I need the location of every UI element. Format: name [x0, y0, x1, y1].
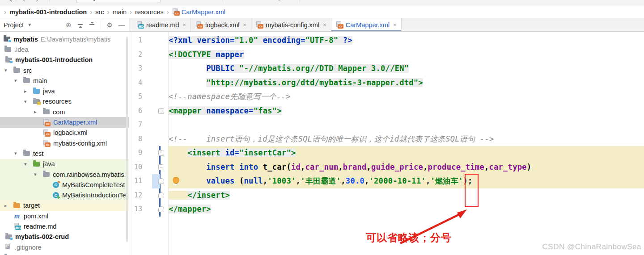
tree-item-mybatiscompletetest[interactable]: CMyBatisCompleteTest — [0, 180, 129, 190]
hide-panel-icon[interactable]: — — [119, 21, 125, 28]
tree-item-item[interactable] — [0, 252, 129, 255]
tree-item-src[interactable]: ▾src — [0, 65, 129, 75]
translate-icon[interactable]: A — [306, 0, 311, 1]
breadcrumb-item-resources[interactable]: resources — [135, 8, 164, 16]
git-update-icon[interactable]: ↓ — [244, 0, 247, 1]
history-icon[interactable]: ◷ — [276, 0, 282, 1]
close-icon[interactable]: × — [323, 21, 326, 28]
chevron-down-icon[interactable]: ▾ — [4, 67, 13, 73]
code-line-13[interactable]: </mapper> — [168, 202, 644, 217]
xml-file-icon: <> — [43, 140, 50, 146]
tree-item-java[interactable]: ▾java — [0, 159, 129, 169]
fold-end-icon[interactable] — [158, 178, 164, 184]
tab-logback-xml[interactable]: <>logback.xml× — [191, 18, 251, 31]
back-icon[interactable] — [22, 0, 30, 1]
code-line-2[interactable]: <!DOCTYPE mapper — [168, 48, 644, 62]
gear-icon[interactable]: ⚙ — [107, 21, 113, 28]
fold-collapse-icon[interactable]: – — [158, 150, 164, 156]
code-token: brand — [343, 163, 367, 171]
tree-item-mybatis-002-crud[interactable]: mybatis-002-crud — [0, 232, 129, 242]
git-commit-icon[interactable]: ✓ — [254, 0, 259, 1]
fold-collapse-icon[interactable]: – — [158, 108, 164, 114]
chevron-down-icon[interactable]: ▾ — [14, 78, 23, 84]
chevron-down-icon[interactable]: ▾ — [14, 150, 23, 156]
line-number: 8 — [130, 132, 142, 146]
fold-end-icon[interactable] — [158, 192, 164, 198]
tree-item-java[interactable]: ▸java — [0, 86, 129, 96]
code-line-7[interactable] — [168, 118, 644, 132]
forward-icon[interactable] — [36, 0, 43, 1]
chevron-down-icon[interactable]: ▾ — [34, 171, 43, 177]
breadcrumb-item-carmapper-xml[interactable]: <>CarMapper.xml — [172, 8, 225, 16]
file-badge-icon: <> — [174, 11, 180, 16]
toolbar-separator — [300, 0, 300, 2]
code-token: "UTF-8" — [305, 36, 339, 45]
code-line-5[interactable]: <!--namespace先随意写一个--> — [168, 90, 644, 104]
code-token — [169, 64, 206, 73]
markdown-file-icon: MD — [13, 223, 21, 230]
code-token: , — [426, 176, 431, 185]
tree-item-label: mybatis — [13, 36, 38, 43]
chevron-right-icon[interactable]: ▸ — [24, 88, 33, 94]
tree-item-mybatis[interactable]: mybatisE:\Java\mybatis\mybatis — [0, 34, 129, 44]
tab-readme-md[interactable]: MDreadme.md× — [132, 18, 191, 31]
undo-icon[interactable]: ↶ — [288, 0, 293, 1]
breadcrumb-label: mybatis-001-introduction — [9, 8, 87, 16]
tree-item-label: MyBatisIntroductionTe — [62, 192, 126, 199]
tree-item-gitignore[interactable]: ⊘.gitignore — [0, 242, 129, 252]
run-configuration-select[interactable]: MybatisIntroductionTest ▼ — [76, 0, 161, 3]
tree-item-mybatis-config-xml[interactable]: <>mybatis-config.xml — [0, 138, 129, 148]
chevron-down-icon[interactable]: ▼ — [27, 22, 32, 27]
fold-end-icon[interactable] — [158, 206, 164, 212]
code-line-12[interactable]: </insert> — [168, 188, 644, 203]
folder-icon — [33, 99, 40, 104]
tree-item-test[interactable]: ▾test — [0, 148, 129, 159]
tab-mybatis-config-xml[interactable]: <>mybatis-config.xml× — [251, 18, 331, 31]
tab-carmapper-xml[interactable]: <>CarMapper.xml× — [331, 18, 402, 31]
close-icon[interactable]: × — [182, 21, 186, 28]
breadcrumb-item-main[interactable]: main — [113, 8, 127, 16]
tree-item-resources[interactable]: ▾resources — [0, 96, 129, 107]
expand-all-icon[interactable] — [77, 22, 83, 28]
chevron-right-icon[interactable]: ▸ — [34, 109, 43, 115]
tree-item-logback-xml[interactable]: <>logback.xml — [0, 128, 129, 138]
project-tree: mybatisE:\Java\mybatis\mybatis.ideamybat… — [0, 32, 129, 255]
code-line-10[interactable]: insert into t_car(id,car_num,brand,guide… — [168, 160, 644, 175]
toolbar-separator — [49, 0, 50, 2]
code-line-11[interactable]: values (null,'1003','丰田霸道',30.0,'2000-10… — [168, 174, 644, 188]
project-panel-title[interactable]: Project — [4, 21, 24, 29]
tree-item-carmapper-xml[interactable]: <>CarMapper.xml — [0, 117, 129, 127]
close-icon[interactable]: × — [243, 21, 247, 28]
quick-actions-icon[interactable]: ↯ — [265, 0, 270, 1]
collapse-all-icon[interactable] — [89, 22, 95, 28]
code-token: , — [301, 163, 305, 171]
tree-item-com[interactable]: ▸com — [0, 107, 129, 117]
code-token: , — [367, 163, 372, 171]
code-line-8[interactable]: <!-- insert语句，id是这个条SQL语句的唯一标识，这个id就代表了这… — [168, 132, 644, 146]
code-line-6[interactable]: <mapper namespace="fas"> — [168, 104, 644, 118]
breadcrumb-item-src[interactable]: src — [95, 8, 104, 16]
tree-item-readme-md[interactable]: MDreadme.md — [0, 221, 129, 231]
code-line-4[interactable]: "http://mybatis.org/dtd/mybatis-3-mapper… — [168, 76, 644, 90]
tree-scrollbar[interactable] — [126, 37, 128, 242]
tree-item-idea[interactable]: .idea — [0, 44, 129, 54]
tree-item-main[interactable]: ▾main — [0, 75, 129, 86]
code-line-1[interactable]: <?xml version="1.0" encoding="UTF-8" ?> — [168, 33, 644, 48]
chevron-right-icon[interactable]: ▸ — [4, 203, 13, 209]
code-line-9[interactable]: <insert id="insertCar"> — [168, 146, 644, 160]
tree-item-pom-xml[interactable]: mpom.xml — [0, 211, 129, 221]
run-config-label: MybatisIntroductionTest — [89, 0, 150, 1]
chevron-down-icon[interactable]: ▾ — [24, 99, 33, 105]
intention-bulb-icon[interactable] — [173, 177, 179, 184]
tree-item-mybatis-001-introduction[interactable]: mybatis-001-introduction — [0, 55, 129, 65]
tree-item-target[interactable]: ▸target — [0, 201, 129, 211]
fold-collapse-icon[interactable]: – — [158, 164, 164, 170]
tree-item-mybatisintroductionte[interactable]: CMyBatisIntroductionTe — [0, 190, 129, 200]
code-line-3[interactable]: PUBLIC "-//mybatis.org//DTD Mapper 3.0//… — [168, 62, 644, 76]
locate-file-icon[interactable]: ⊕ — [66, 21, 72, 28]
close-icon[interactable]: × — [393, 21, 397, 28]
breadcrumb-item-mybatis-001-introduction[interactable]: mybatis-001-introduction — [9, 8, 87, 16]
code-editor[interactable]: CSDN @ChinaRainbowSea 1<?xml version="1.… — [130, 32, 644, 255]
chevron-down-icon[interactable]: ▾ — [24, 161, 33, 167]
tree-item-com-rainbowsea-mybatis-t[interactable]: ▾com.rainbowsea.mybatis.t — [0, 169, 129, 180]
